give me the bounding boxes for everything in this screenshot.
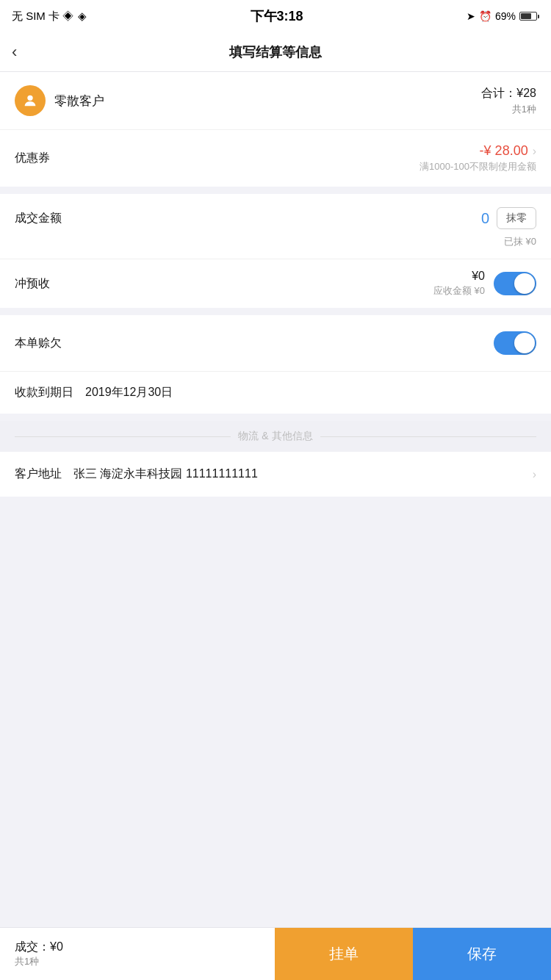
round-zero-button[interactable]: 抹零 [497,207,536,229]
customer-right: 合计：¥28 共1种 [481,86,536,116]
deal-amount-value: 0 [481,210,489,227]
precollect-right: ¥0 应收金额 ¥0 [433,270,536,298]
customer-row: 零散客户 合计：¥28 共1种 [0,72,551,129]
logistics-divider: 物流 & 其他信息 [0,421,551,452]
bottom-count: 共1种 [15,955,260,968]
address-label: 客户地址 [15,466,62,482]
deal-amount-label: 成交金额 [15,211,62,226]
debit-toggle[interactable] [494,331,536,355]
nav-bar: ‹ 填写结算等信息 [0,32,551,72]
due-date-row: 收款到期日 2019年12月30日 [0,371,551,414]
address-section: 客户地址 张三 海淀永丰科技园 11111111111 › [0,452,551,497]
location-icon: ➤ [467,10,475,22]
status-left: 无 SIM 卡 ◈ ◈ [12,10,87,24]
coupon-amount: -¥ 28.00 [480,143,528,159]
precollect-values: ¥0 应收金额 ¥0 [433,270,485,298]
deal-sub-text: 已抹 ¥0 [0,235,551,259]
due-date-value: 2019年12月30日 [85,385,173,400]
wifi-icon: ◈ [78,10,87,23]
deal-amount-row: 成交金额 0 抹零 [0,194,551,235]
chevron-right-icon: › [533,145,536,158]
bottom-info: 成交：¥0 共1种 [0,940,275,968]
page-title: 填写结算等信息 [229,43,322,61]
bottom-deal: 成交：¥0 [15,940,260,955]
bottom-bar: 成交：¥0 共1种 挂单 保存 [0,927,551,980]
bottom-deal-prefix: 成交： [15,940,50,953]
due-date-label: 收款到期日 [15,385,73,400]
hold-button[interactable]: 挂单 [275,928,413,981]
precollect-toggle[interactable] [494,272,536,295]
debit-label: 本单赊欠 [15,336,62,351]
alarm-icon: ⏰ [479,10,491,22]
status-right: ➤ ⏰ 69% [467,10,539,22]
back-button[interactable]: ‹ [12,43,17,62]
status-time: 下午3:18 [251,7,303,25]
battery-icon [519,12,539,21]
precollect-sub-value: 应收金额 ¥0 [433,284,485,298]
svg-point-0 [27,96,32,101]
save-button[interactable]: 保存 [413,928,551,981]
debit-toggle-knob [514,333,535,353]
precollect-main-value: ¥0 [433,270,485,283]
avatar [15,85,46,116]
coupon-description: 满1000-100不限制使用金额 [419,160,536,173]
customer-section: 零散客户 合计：¥28 共1种 优惠券 -¥ 28.00 › 满1000-100… [0,72,551,187]
coupon-row[interactable]: 优惠券 -¥ 28.00 › 满1000-100不限制使用金额 [0,129,551,187]
customer-left: 零散客户 [15,85,104,116]
debit-row: 本单赊欠 [0,315,551,371]
address-row[interactable]: 客户地址 张三 海淀永丰科技园 11111111111 › [0,452,551,497]
divider-line: 物流 & 其他信息 [15,430,536,443]
debit-section: 本单赊欠 收款到期日 2019年12月30日 [0,315,551,414]
address-chevron-icon: › [533,468,536,481]
customer-name: 零散客户 [54,93,104,109]
bottom-deal-value: ¥0 [50,940,63,953]
precollect-row: 冲预收 ¥0 应收金额 ¥0 [0,259,551,308]
deal-section: 成交金额 0 抹零 已抹 ¥0 冲预收 ¥0 应收金额 ¥0 [0,194,551,308]
status-bar: 无 SIM 卡 ◈ ◈ 下午3:18 ➤ ⏰ 69% [0,0,551,32]
sim-text: 无 SIM 卡 ◈ [12,10,73,24]
battery-percent: 69% [495,10,516,22]
customer-total: 合计：¥28 [481,86,536,101]
customer-count: 共1种 [481,103,536,116]
content: 零散客户 合计：¥28 共1种 优惠券 -¥ 28.00 › 满1000-100… [0,72,551,563]
toggle-knob [514,273,535,294]
coupon-label: 优惠券 [15,151,50,166]
logistics-divider-text: 物流 & 其他信息 [238,430,312,443]
deal-right: 0 抹零 [481,207,536,229]
precollect-label: 冲预收 [15,276,50,292]
address-value: 张三 海淀永丰科技园 11111111111 [73,466,533,482]
coupon-right: -¥ 28.00 › 满1000-100不限制使用金额 [419,143,536,173]
